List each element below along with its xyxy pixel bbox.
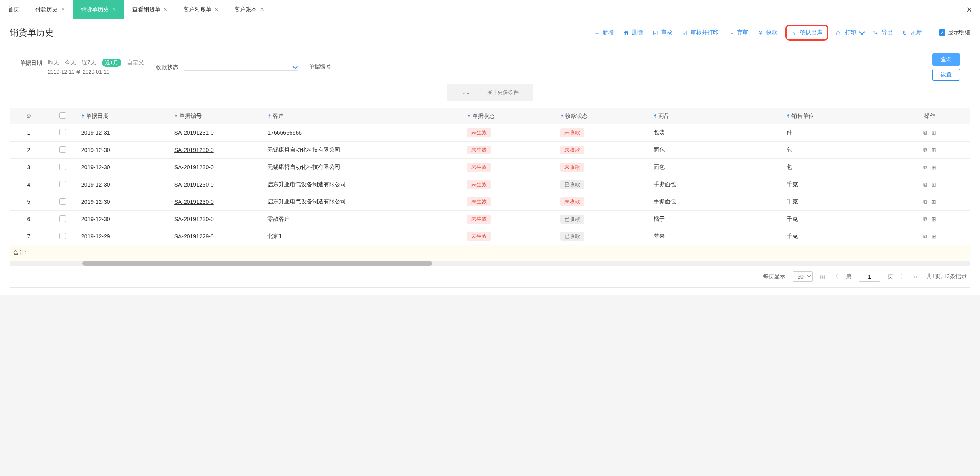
tab-payment-history[interactable]: 付款历史× bbox=[27, 0, 73, 19]
view-icon[interactable]: ⧉ bbox=[923, 233, 927, 240]
chevron-down-icon bbox=[292, 64, 298, 69]
cell-docno[interactable]: SA-20191230-0 bbox=[171, 142, 264, 159]
date-custom[interactable]: 自定义 bbox=[127, 59, 144, 66]
first-page-icon[interactable]: ⏮ bbox=[820, 273, 826, 280]
row-checkbox[interactable] bbox=[47, 142, 78, 159]
cell-status: 未生效 bbox=[464, 193, 557, 211]
view-icon[interactable]: ⧉ bbox=[923, 147, 927, 154]
row-checkbox[interactable] bbox=[47, 228, 78, 245]
delete-button[interactable]: 🗑删除 bbox=[623, 29, 643, 36]
more-icon[interactable]: ⊞ bbox=[931, 199, 936, 205]
row-checkbox[interactable] bbox=[47, 159, 78, 176]
sort-icon bbox=[467, 114, 471, 119]
close-icon[interactable]: × bbox=[260, 6, 264, 13]
column-customer[interactable]: 客户 bbox=[264, 108, 464, 124]
row-index: 3 bbox=[10, 159, 47, 176]
cell-docno[interactable]: SA-20191230-0 bbox=[171, 193, 264, 211]
column-select-all[interactable] bbox=[47, 108, 78, 124]
date-today[interactable]: 今天 bbox=[65, 59, 76, 66]
more-icon[interactable]: ⊞ bbox=[931, 181, 936, 188]
tab-sales-order-history[interactable]: 销货单历史× bbox=[73, 0, 124, 19]
add-button[interactable]: ＋新增 bbox=[594, 29, 614, 36]
column-settings[interactable] bbox=[10, 108, 47, 124]
view-icon[interactable]: ⧉ bbox=[923, 129, 927, 136]
export-button[interactable]: ⇲导出 bbox=[873, 29, 893, 36]
pay-status-select[interactable] bbox=[184, 63, 297, 71]
column-docno[interactable]: 单据编号 bbox=[171, 108, 264, 124]
close-icon[interactable]: × bbox=[215, 6, 218, 13]
tab-home[interactable]: 首页 bbox=[0, 0, 27, 19]
cell-ops: ⧉⊞ bbox=[890, 142, 970, 159]
scrollbar-thumb[interactable] bbox=[82, 261, 432, 266]
filter-date: 单据日期 昨天 今天 近7天 近1月 自定义 2019-12-10 至 2020… bbox=[20, 59, 144, 76]
tab-customer-statement[interactable]: 客户对账单× bbox=[175, 0, 226, 19]
checkbox-icon bbox=[59, 129, 66, 135]
column-date[interactable]: 单据日期 bbox=[78, 108, 171, 124]
more-icon[interactable]: ⊞ bbox=[931, 164, 936, 171]
close-icon[interactable]: × bbox=[164, 6, 167, 13]
cell-date: 2019-12-30 bbox=[78, 193, 171, 211]
view-icon[interactable]: ⧉ bbox=[923, 181, 927, 188]
tab-customer-ledger[interactable]: 客户账本× bbox=[226, 0, 272, 19]
date-yesterday[interactable]: 昨天 bbox=[48, 59, 59, 66]
money-icon: ￥ bbox=[758, 30, 764, 36]
cell-docno[interactable]: SA-20191230-0 bbox=[171, 211, 264, 228]
cell-docno[interactable]: SA-20191230-0 bbox=[171, 176, 264, 193]
cell-paystatus: 已收款 bbox=[557, 211, 650, 228]
unaudit-button[interactable]: ⦻弃审 bbox=[728, 29, 748, 36]
cell-docno[interactable]: SA-20191229-0 bbox=[171, 228, 264, 245]
row-checkbox[interactable] bbox=[47, 193, 78, 211]
table-row: 72019-12-29SA-20191229-0北京1未生效已收款苹果千克⧉⊞ bbox=[10, 228, 970, 245]
close-all-tabs-icon[interactable]: × bbox=[962, 4, 976, 15]
column-unit[interactable]: 销售单位 bbox=[783, 108, 890, 124]
close-icon[interactable]: × bbox=[61, 6, 65, 13]
more-icon[interactable]: ⊞ bbox=[931, 216, 936, 223]
row-checkbox[interactable] bbox=[47, 176, 78, 193]
cell-ops: ⧉⊞ bbox=[890, 124, 970, 142]
sort-icon bbox=[268, 114, 271, 119]
cell-status: 未生效 bbox=[464, 142, 557, 159]
confirm-outbound-button[interactable]: ⌂确认出库 bbox=[785, 25, 828, 41]
receive-button[interactable]: ￥收款 bbox=[758, 29, 777, 36]
more-icon[interactable]: ⊞ bbox=[931, 129, 936, 136]
page-body: 销货单历史 ＋新增 🗑删除 ☑审核 ☑审核并打印 ⦻弃审 ￥收款 ⌂确认出库 ⎙… bbox=[0, 19, 980, 295]
row-checkbox[interactable] bbox=[47, 211, 78, 228]
cell-unit: 千克 bbox=[783, 193, 890, 211]
cell-date: 2019-12-30 bbox=[78, 159, 171, 176]
show-detail-toggle[interactable]: 显示明细 bbox=[939, 29, 970, 36]
column-status[interactable]: 单据状态 bbox=[464, 108, 557, 124]
date-last7[interactable]: 近7天 bbox=[82, 59, 96, 66]
view-icon[interactable]: ⧉ bbox=[923, 164, 927, 171]
cell-docno[interactable]: SA-20191231-0 bbox=[171, 124, 264, 142]
audit-button[interactable]: ☑审核 bbox=[653, 29, 672, 36]
cell-docno[interactable]: SA-20191230-0 bbox=[171, 159, 264, 176]
query-button[interactable]: 查询 bbox=[932, 53, 960, 66]
column-paystatus[interactable]: 收款状态 bbox=[557, 108, 650, 124]
row-index: 1 bbox=[10, 124, 47, 142]
horizontal-scrollbar[interactable] bbox=[10, 261, 970, 266]
view-icon[interactable]: ⧉ bbox=[923, 216, 927, 223]
cell-ops: ⧉⊞ bbox=[890, 176, 970, 193]
date-last1m[interactable]: 近1月 bbox=[102, 59, 121, 67]
double-chevron-down-icon: ⌄⌄ bbox=[454, 87, 478, 98]
page-number-input[interactable] bbox=[859, 272, 880, 282]
next-page-icon[interactable]: 〉 bbox=[900, 273, 906, 280]
row-checkbox[interactable] bbox=[47, 124, 78, 142]
setting-button[interactable]: 设置 bbox=[932, 69, 960, 81]
more-icon[interactable]: ⊞ bbox=[931, 147, 936, 154]
close-icon[interactable]: × bbox=[112, 6, 116, 13]
view-icon[interactable]: ⧉ bbox=[923, 199, 927, 205]
expand-more-button[interactable]: ⌄⌄展开更多条件 bbox=[447, 84, 533, 101]
print-button[interactable]: ⎙打印 bbox=[836, 29, 863, 36]
doc-no-input[interactable] bbox=[337, 62, 441, 72]
per-page-select[interactable]: 50 bbox=[793, 271, 813, 282]
more-icon[interactable]: ⊞ bbox=[931, 233, 936, 240]
table-row: 22019-12-30SA-20191230-0无锡康哲自动化科技有限公司未生效… bbox=[10, 142, 970, 159]
table-row: 12019-12-31SA-20191231-017666666666未生效未收… bbox=[10, 124, 970, 142]
prev-page-icon[interactable]: 〈 bbox=[833, 273, 839, 280]
audit-print-button[interactable]: ☑审核并打印 bbox=[682, 29, 719, 36]
refresh-button[interactable]: ↻刷新 bbox=[902, 29, 922, 36]
column-product[interactable]: 商品 bbox=[650, 108, 783, 124]
tab-view-sales-order[interactable]: 查看销货单× bbox=[124, 0, 175, 19]
last-page-icon[interactable]: ⏭ bbox=[913, 273, 919, 280]
